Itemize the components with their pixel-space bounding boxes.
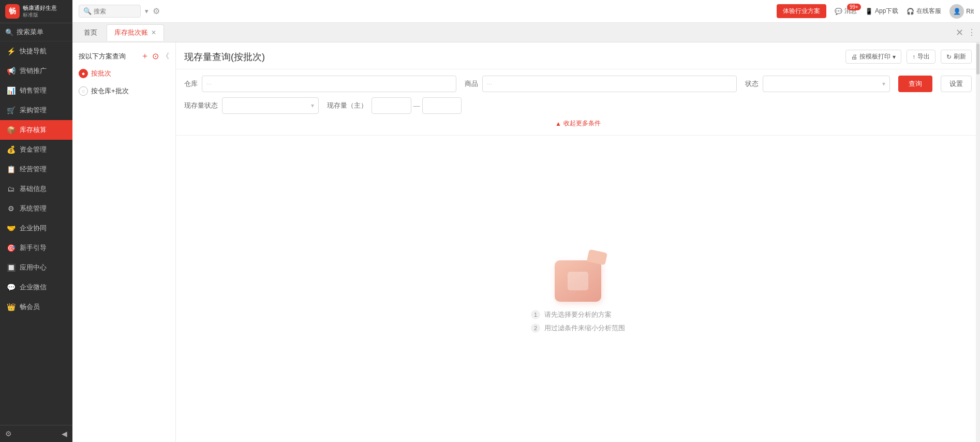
status-select[interactable]: ▾ <box>763 76 890 92</box>
sidebar-search-label: 搜索菜单 <box>17 27 43 37</box>
quick-nav-icon: ⚡ <box>6 47 16 56</box>
sidebar-item-enterprise[interactable]: 🤝 企业协同 <box>0 218 72 238</box>
tip-num-2: 2 <box>531 323 540 333</box>
product-label: 商品 <box>465 79 478 89</box>
product-placeholder: ··· <box>487 80 492 87</box>
sidebar-item-app-center[interactable]: 🔲 应用中心 <box>0 258 72 277</box>
left-panel-actions: ＋ ⊙ 《 <box>141 51 169 62</box>
sidebar-item-label: 经营管理 <box>20 165 47 174</box>
refresh-btn-label: 刷新 <box>954 52 966 61</box>
scheme-item-by-batch[interactable]: ● 按批次 <box>72 65 175 82</box>
collapse-sidebar-icon[interactable]: ◀ <box>62 430 67 438</box>
scheme-active-icon: ● <box>79 69 88 78</box>
sidebar-item-marketing[interactable]: 📢 营销推广 <box>0 61 72 81</box>
inventory-icon: 📦 <box>6 125 16 135</box>
topbar-search[interactable]: 🔍 <box>79 5 141 18</box>
sidebar-item-label: 系统管理 <box>20 204 47 213</box>
inventory-status-select[interactable]: ▾ <box>222 97 319 114</box>
sidebar-search[interactable]: 🔍 搜索菜单 <box>0 23 72 41</box>
inventory-qty-range: — <box>372 97 462 114</box>
experience-btn[interactable]: 体验行业方案 <box>777 4 826 18</box>
sidebar: 畅 畅康通好生意 标准版 🔍 搜索菜单 ⚡ 快捷导航 📢 营销推广 📊 销售管理… <box>0 0 72 442</box>
tabbar: 首页 库存批次账 ✕ ✕ ⋮ <box>72 23 980 42</box>
scrollbar-thumb <box>976 43 979 75</box>
sidebar-item-quick-nav[interactable]: ⚡ 快捷导航 <box>0 41 72 61</box>
scheme-inactive-icon: ○ <box>79 86 88 96</box>
sidebar-item-finance[interactable]: 💰 资金管理 <box>0 140 72 159</box>
inventory-qty-min[interactable] <box>372 97 411 114</box>
print-btn[interactable]: 🖨 按模板打印 ▾ <box>845 50 901 64</box>
status-label: 状态 <box>745 79 759 89</box>
online-service-btn[interactable]: 🎧 在线客服 <box>907 7 941 16</box>
sidebar-item-operations[interactable]: 📋 经营管理 <box>0 159 72 179</box>
purchase-icon: 🛒 <box>6 106 16 115</box>
newbie-icon: 🎯 <box>6 243 16 253</box>
filter-area: 仓库 ··· 商品 ··· 状态 <box>176 69 980 136</box>
sidebar-item-vip[interactable]: 👑 畅会员 <box>0 297 72 317</box>
app-download-label: App下载 <box>875 7 898 16</box>
sales-icon: 📊 <box>6 86 16 95</box>
add-scheme-btn[interactable]: ＋ <box>141 51 149 62</box>
sidebar-item-label: 应用中心 <box>20 263 47 272</box>
enterprise-icon: 🤝 <box>6 224 16 233</box>
main-area: 🔍 ▾ ⚙ 体验行业方案 💬 消息 99+ 📱 App下载 🎧 在线客服 � <box>72 0 980 442</box>
inventory-qty-max[interactable] <box>422 97 462 114</box>
collapse-panel-btn[interactable]: 《 <box>162 52 169 61</box>
panel-more-icon[interactable]: ⋮ <box>968 27 976 37</box>
sidebar-item-newbie[interactable]: 🎯 新手引导 <box>0 238 72 258</box>
search-icon: 🔍 <box>5 28 13 36</box>
sidebar-item-system[interactable]: ⚙ 系统管理 <box>0 199 72 218</box>
warehouse-filter: 仓库 ··· <box>184 76 456 92</box>
page-header: 现存量查询(按批次) 🖨 按模板打印 ▾ ↑ 导出 ↻ 刷新 <box>176 42 980 69</box>
refresh-btn[interactable]: ↻ 刷新 <box>941 50 972 64</box>
app-center-icon: 🔲 <box>6 263 16 272</box>
print-btn-label: 按模板打印 <box>859 52 890 61</box>
scheme-item-by-warehouse-batch[interactable]: ○ 按仓库+批次 <box>72 82 175 100</box>
topbar: 🔍 ▾ ⚙ 体验行业方案 💬 消息 99+ 📱 App下载 🎧 在线客服 � <box>72 0 980 23</box>
warehouse-placeholder: ··· <box>206 80 212 87</box>
topbar-right: 💬 消息 99+ 📱 App下载 🎧 在线客服 👤 Rit <box>835 4 974 19</box>
tab-home[interactable]: 首页 <box>77 25 105 40</box>
chevron-up-icon: ▲ <box>555 120 561 127</box>
sidebar-item-purchase[interactable]: 🛒 采购管理 <box>0 100 72 120</box>
refresh-icon: ↻ <box>946 53 952 61</box>
topbar-search-input[interactable] <box>94 8 135 15</box>
left-panel-title: 按以下方案查询 <box>79 52 126 61</box>
app-download-btn[interactable]: 📱 App下载 <box>865 7 898 16</box>
online-service-label: 在线客服 <box>916 7 941 16</box>
sidebar-item-basic[interactable]: 🗂 基础信息 <box>0 179 72 199</box>
sidebar-item-sales[interactable]: 📊 销售管理 <box>0 81 72 100</box>
tip-item-2: 2 用过滤条件来缩小分析范围 <box>531 323 625 333</box>
sidebar-item-label: 资金管理 <box>20 145 47 154</box>
operations-icon: 📋 <box>6 165 16 174</box>
topbar-settings-icon[interactable]: ⚙ <box>153 6 160 16</box>
print-icon: 🖨 <box>851 53 857 61</box>
right-scrollbar[interactable] <box>976 42 980 442</box>
tab-inventory-batch[interactable]: 库存批次账 ✕ <box>107 24 164 41</box>
export-btn[interactable]: ↑ 导出 <box>907 50 936 64</box>
settings-btn[interactable]: 设置 <box>941 76 972 92</box>
query-btn[interactable]: 查询 <box>898 76 932 92</box>
status-filter: 状态 ▾ <box>745 76 890 92</box>
panel-close-btn[interactable]: ✕ <box>956 27 963 38</box>
user-avatar-icon: 👤 <box>953 8 961 15</box>
edit-scheme-btn[interactable]: ⊙ <box>152 51 159 61</box>
message-icon: 💬 <box>835 8 842 15</box>
empty-state: 1 请先选择要分析的方案 2 用过滤条件来缩小分析范围 <box>176 136 980 442</box>
tab-close-icon[interactable]: ✕ <box>151 29 156 36</box>
tab-home-label: 首页 <box>84 28 97 37</box>
settings-icon[interactable]: ⚙ <box>5 430 12 438</box>
user-profile-btn[interactable]: 👤 Rit <box>949 4 974 19</box>
sidebar-item-wechat[interactable]: 💬 企业微信 <box>0 277 72 297</box>
tip-text-1: 请先选择要分析的方案 <box>544 310 612 319</box>
sidebar-item-label: 营销推广 <box>20 66 47 76</box>
collapse-filters-btn[interactable]: ▲ 收起更多条件 <box>184 118 972 129</box>
export-icon: ↑ <box>912 53 915 61</box>
dash-separator: — <box>413 102 420 110</box>
messages-btn[interactable]: 💬 消息 99+ <box>835 7 857 16</box>
product-input[interactable]: ··· <box>482 76 737 92</box>
sidebar-header: 畅 畅康通好生意 标准版 <box>0 0 72 23</box>
topbar-dropdown-icon[interactable]: ▾ <box>145 7 149 15</box>
sidebar-item-inventory[interactable]: 📦 库存核算 <box>0 120 72 140</box>
warehouse-input[interactable]: ··· <box>202 76 456 92</box>
